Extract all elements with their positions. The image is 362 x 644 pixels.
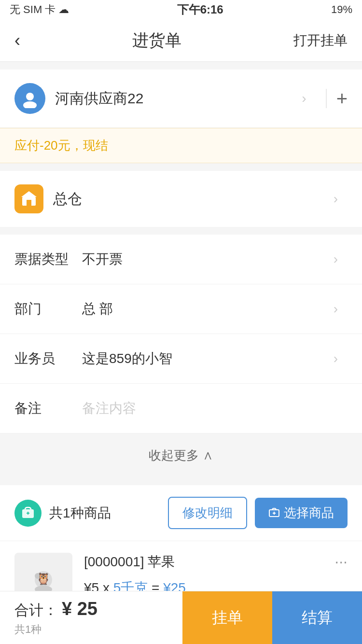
- select-product-button[interactable]: 选择商品: [255, 498, 348, 528]
- page-title: 进货单: [132, 29, 181, 52]
- salesman-row[interactable]: 业务员 这是859的小智 ›: [0, 334, 362, 384]
- select-product-label: 选择商品: [284, 504, 334, 521]
- back-button[interactable]: ‹: [14, 30, 20, 51]
- svg-point-0: [26, 93, 34, 100]
- status-time: 下午6:16: [177, 2, 223, 17]
- warehouse-row[interactable]: 总仓 ›: [0, 171, 362, 227]
- supplier-chevron-icon: ›: [302, 91, 306, 106]
- form-section: 票据类型 不开票 › 部门 总 部 › 业务员 这是859的小智 › 备注 备注…: [0, 235, 362, 434]
- add-supplier-button[interactable]: +: [336, 88, 348, 110]
- supplier-name: 河南供应商22: [55, 89, 302, 109]
- supplier-avatar: [14, 83, 45, 114]
- remark-row[interactable]: 备注 备注内容: [0, 384, 362, 434]
- supplier-notice: 应付-20元，现结: [0, 128, 362, 163]
- supplier-section: 河南供应商22 › + 应付-20元，现结: [0, 70, 362, 163]
- product-more-button[interactable]: ···: [334, 553, 348, 571]
- product-code: [0000001]: [84, 554, 144, 569]
- supplier-row[interactable]: 河南供应商22 › +: [0, 70, 362, 128]
- department-row[interactable]: 部门 总 部 ›: [0, 284, 362, 334]
- supplier-divider: [326, 89, 327, 108]
- total-amount: ¥ 25: [62, 599, 97, 619]
- department-label: 部门: [14, 300, 72, 318]
- footer-total: 合计： ¥ 25 共1种: [0, 591, 182, 644]
- status-left: 无 SIM 卡 ☁: [10, 2, 69, 17]
- remark-input[interactable]: 备注内容: [72, 399, 348, 418]
- svg-rect-4: [27, 200, 31, 206]
- salesman-value: 这是859的小智: [72, 350, 334, 368]
- warehouse-chevron-icon: ›: [334, 191, 338, 207]
- status-right: 19%: [331, 3, 352, 16]
- department-value: 总 部: [72, 300, 334, 318]
- edit-detail-button[interactable]: 修改明细: [168, 497, 247, 529]
- products-icon: [14, 500, 42, 527]
- total-label: 合计：: [14, 601, 58, 620]
- status-bar: 无 SIM 卡 ☁ 下午6:16 19%: [0, 0, 362, 19]
- footer-total-line: 合计： ¥ 25: [14, 599, 168, 620]
- products-count: 共1种商品: [49, 504, 168, 522]
- remark-label: 备注: [14, 399, 72, 418]
- warehouse-section: 总仓 ›: [0, 171, 362, 227]
- invoice-type-label: 票据类型: [14, 250, 72, 268]
- svg-marker-3: [21, 191, 37, 197]
- settle-button[interactable]: 结算: [272, 591, 362, 644]
- salesman-label: 业务员: [14, 350, 72, 368]
- footer: 合计： ¥ 25 共1种 挂单 结算: [0, 591, 362, 644]
- collapse-more-button[interactable]: 收起更多 ∧: [0, 434, 362, 477]
- svg-rect-7: [28, 512, 28, 515]
- nav-bar: ‹ 进货单 打开挂单: [0, 19, 362, 62]
- footer-sub-label: 共1种: [14, 622, 168, 637]
- products-header: 共1种商品 修改明细 选择商品: [0, 485, 362, 541]
- svg-point-1: [23, 101, 37, 108]
- battery-text: 19%: [331, 3, 352, 16]
- open-hang-button[interactable]: 打开挂单: [293, 31, 348, 50]
- hang-button[interactable]: 挂单: [182, 591, 272, 644]
- invoice-type-value: 不开票: [72, 250, 334, 268]
- signal-text: 无 SIM 卡 ☁: [10, 2, 69, 17]
- warehouse-name: 总仓: [53, 189, 334, 209]
- invoice-type-chevron-icon: ›: [334, 252, 338, 267]
- product-title: 苹果: [148, 554, 175, 569]
- warehouse-icon: [14, 184, 43, 213]
- department-chevron-icon: ›: [334, 301, 338, 317]
- svg-text:🦉: 🦉: [36, 572, 51, 586]
- invoice-type-row[interactable]: 票据类型 不开票 ›: [0, 235, 362, 284]
- product-name: [0000001] 苹果: [84, 553, 334, 571]
- salesman-chevron-icon: ›: [334, 351, 338, 366]
